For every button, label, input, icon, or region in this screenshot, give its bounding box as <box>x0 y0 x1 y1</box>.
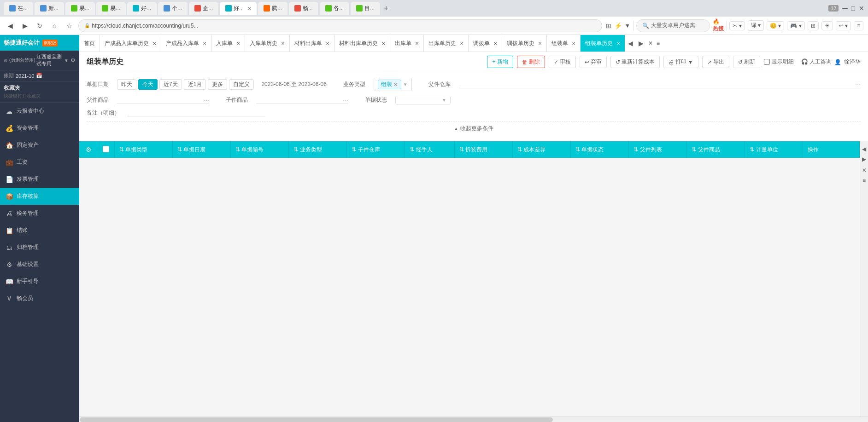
business-type-select[interactable]: 组装 ✕ ▼ <box>374 78 412 91</box>
show-detail-checkbox[interactable]: 显示明细 <box>764 58 794 66</box>
undo-tool[interactable]: ↩ ▾ <box>836 21 851 30</box>
child-goods-field[interactable] <box>256 97 341 103</box>
parent-goods-more[interactable]: ··· <box>204 96 209 104</box>
new-button[interactable]: + 新增 <box>487 56 513 68</box>
forward-button[interactable]: ▶ <box>19 20 30 31</box>
col-doc-number[interactable]: ⇅ 单据编号 <box>231 141 289 158</box>
nav-tab-close-1[interactable]: ✕ <box>152 41 156 46</box>
abandon-button[interactable]: ↩ 弃审 <box>580 56 607 68</box>
brightness-tool[interactable]: ☀ <box>821 21 833 30</box>
sidebar-item-checkout[interactable]: 📋 结账 <box>0 222 79 239</box>
collection-section[interactable]: 收藏夹 快捷键打开收藏夹 <box>0 81 79 103</box>
show-detail-input[interactable] <box>764 59 770 65</box>
toggle-close-icon[interactable]: ✕ <box>862 167 867 173</box>
date-btn-custom[interactable]: 自定义 <box>229 79 254 90</box>
nav-tab-transfer-history[interactable]: 调拨单历史 ✕ <box>502 35 547 52</box>
sidebar-item-fixed-assets[interactable]: 🏠 固定资产 <box>0 137 79 154</box>
col-cost-diff[interactable]: ⇅ 成本差异 <box>513 141 571 158</box>
nav-tab-close-10[interactable]: ✕ <box>538 41 542 46</box>
nav-tab-close-8[interactable]: ✕ <box>460 41 463 46</box>
toggle-right-arrow[interactable]: ▶ <box>861 155 867 163</box>
date-btn-more[interactable]: 更多 <box>208 79 227 90</box>
sidebar-item-reports[interactable]: ☁ 云报表中心 <box>0 103 79 120</box>
dropdown-arrow[interactable]: ▼ <box>625 23 630 29</box>
home-button[interactable]: ⌂ <box>49 20 60 31</box>
table-gear-icon[interactable]: ⚙ <box>84 145 93 154</box>
grid-icon[interactable]: ⊞ <box>606 22 611 29</box>
browser-search-bar[interactable]: 🔍 大量安卓用户逃离 <box>636 19 710 32</box>
nav-tab-close-9[interactable]: ✕ <box>493 41 497 46</box>
export-button[interactable]: ↗ 导出 <box>702 56 729 68</box>
sidebar-item-member[interactable]: V 畅会员 <box>0 290 79 307</box>
tabs-close-icon[interactable]: ✕ <box>646 40 655 46</box>
scrollbar-thumb[interactable] <box>80 417 553 422</box>
date-btn-1month[interactable]: 近1月 <box>184 79 206 90</box>
browser-tab-5[interactable]: 个... <box>158 2 188 15</box>
nav-tab-assembly[interactable]: 组装单 ✕ <box>547 35 581 52</box>
collapse-bar[interactable]: ▲ 收起更多条件 <box>87 121 861 135</box>
browser-tab-6[interactable]: 企... <box>189 2 218 15</box>
nav-tab-close-3[interactable]: ✕ <box>236 41 240 46</box>
nav-tab-close-4[interactable]: ✕ <box>281 41 285 46</box>
layout-tool[interactable]: ⊞ <box>808 21 819 30</box>
nav-tab-close-11[interactable]: ✕ <box>572 41 575 46</box>
nav-tab-transfer[interactable]: 调拨单 ✕ <box>469 35 502 52</box>
nav-tab-material-outbound[interactable]: 材料出库单 ✕ <box>290 35 334 52</box>
col-doc-date[interactable]: ⇅ 单据日期 <box>173 141 231 158</box>
browser-tab-2[interactable]: 易... <box>65 2 95 15</box>
translate-tool[interactable]: 译 ▾ <box>748 20 764 31</box>
browser-tab-10[interactable]: 各... <box>320 2 349 15</box>
sidebar-item-archive[interactable]: 🗂 归档管理 <box>0 239 79 256</box>
date-btn-7days[interactable]: 近7天 <box>159 79 182 90</box>
col-child-warehouse[interactable]: ⇅ 子件仓库 <box>347 141 405 158</box>
nav-tab-outbound-history[interactable]: 出库单历史 ✕ <box>424 35 469 52</box>
nav-tab-close-6[interactable]: ✕ <box>381 41 385 46</box>
refresh-browser-button[interactable]: ↻ <box>34 20 45 31</box>
settings-icon[interactable]: ⚙ <box>70 57 76 64</box>
horizontal-scrollbar[interactable] <box>79 416 868 422</box>
sidebar-item-tax[interactable]: 🖨 税务管理 <box>0 205 79 222</box>
date-btn-yesterday[interactable]: 昨天 <box>117 79 136 90</box>
nav-tab-outbound[interactable]: 出库单 ✕ <box>390 35 424 52</box>
nav-tab-close-5[interactable]: ✕ <box>326 41 329 46</box>
col-biz-type[interactable]: ⇅ 业务类型 <box>289 141 347 158</box>
back-button[interactable]: ◀ <box>5 20 16 31</box>
nav-tab-product-inbound[interactable]: 产成品入库单 ✕ <box>161 35 211 52</box>
tabs-menu-icon[interactable]: ≡ <box>655 40 662 46</box>
company-selector[interactable]: ⊘ (勿删勿禁用) 江西服宝测试专用 ▼ ⚙ <box>0 51 79 70</box>
bookmark-button[interactable]: ☆ <box>64 20 75 31</box>
col-parent-list[interactable]: ⇅ 父件列表 <box>629 141 687 158</box>
lightning-icon[interactable]: ⚡ <box>614 22 622 29</box>
nav-tab-home[interactable]: 首页 <box>79 35 100 52</box>
url-bar[interactable]: 🔒 https://cloud.chanjet.com/accounting/u… <box>78 19 602 32</box>
calendar-icon[interactable]: 📅 <box>36 73 42 79</box>
sidebar-item-salary[interactable]: 💼 工资 <box>0 154 79 171</box>
status-select[interactable]: ▼ <box>395 96 451 104</box>
col-doc-type[interactable]: ⇅ 单据类型 <box>115 141 173 158</box>
col-assembly-cost[interactable]: ⇅ 拆装费用 <box>455 141 513 158</box>
col-unit[interactable]: ⇅ 计量单位 <box>745 141 803 158</box>
sidebar-item-settings[interactable]: ⚙ 基础设置 <box>0 256 79 273</box>
nav-tab-inbound-history[interactable]: 入库单历史 ✕ <box>245 35 290 52</box>
new-tab-button[interactable]: + <box>381 4 391 13</box>
remarks-field[interactable] <box>127 110 265 116</box>
menu-button[interactable]: ≡ <box>854 21 863 30</box>
nav-tab-close-7[interactable]: ✕ <box>415 41 419 46</box>
sidebar-item-invoice[interactable]: 📄 发票管理 <box>0 171 79 188</box>
emoji-tool[interactable]: 😊 ▾ <box>767 21 784 30</box>
user-avatar[interactable]: 👤 <box>834 59 841 65</box>
nav-tab-inbound[interactable]: 入库单 ✕ <box>211 35 245 52</box>
sidebar-item-guide[interactable]: 📖 新手引导 <box>0 273 79 290</box>
col-doc-status[interactable]: ⇅ 单据状态 <box>571 141 629 158</box>
tabs-left-arrow[interactable]: ◀ <box>625 40 636 47</box>
close-window-button[interactable]: ✕ <box>859 5 864 12</box>
nav-tab-close-12[interactable]: ✕ <box>616 41 620 46</box>
toggle-menu-icon[interactable]: ≡ <box>862 177 866 184</box>
browser-tab-4[interactable]: 好... <box>127 2 157 15</box>
date-btn-today[interactable]: 今天 <box>138 79 158 90</box>
print-button[interactable]: 🖨 打印 ▼ <box>663 56 698 68</box>
delete-button[interactable]: 🗑 删除 <box>517 56 545 68</box>
col-parent-goods[interactable]: ⇅ 父件商品 <box>687 141 745 158</box>
game-tool[interactable]: 🎮 ▾ <box>787 21 804 30</box>
browser-tab-8[interactable]: 腾... <box>258 2 287 15</box>
